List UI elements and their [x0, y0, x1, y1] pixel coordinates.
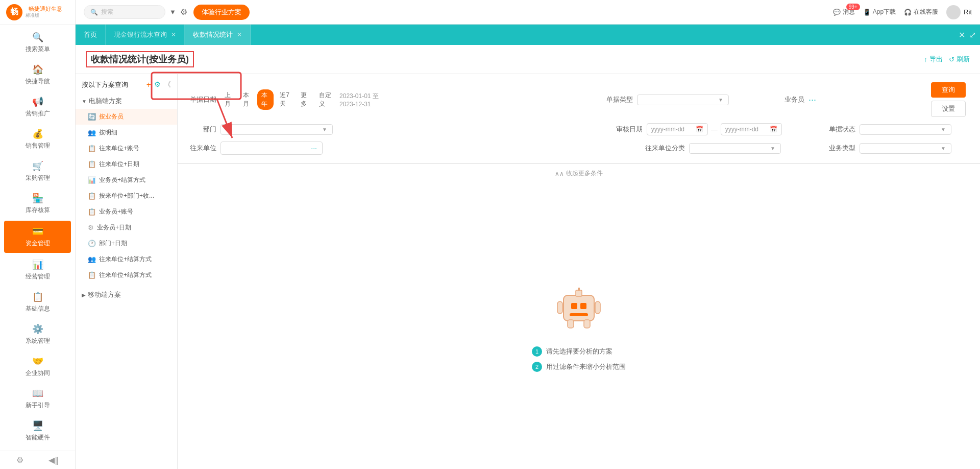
purchase-label: 采购管理 [26, 174, 50, 182]
export-btn[interactable]: ↑ 导出 [924, 55, 943, 64]
inventory-label: 库存核算 [26, 206, 50, 215]
bill-status-select[interactable]: ▼ [860, 124, 951, 135]
tab-bank-flow-label: 现金银行流水查询 [114, 30, 167, 39]
user-profile[interactable]: Rit [946, 5, 972, 19]
scheme-item-partner-method1[interactable]: 👥 往来单位+结算方式 [76, 251, 177, 267]
dept-date-icon: 🕐 [88, 240, 96, 247]
date-btn-last-month[interactable]: 上月 [220, 89, 237, 110]
app-download-btn[interactable]: 📱 App下载 [863, 8, 896, 16]
desktop-group-header[interactable]: ▼ 电脑端方案 [76, 93, 177, 109]
date-btn-more[interactable]: 更多 [297, 89, 313, 110]
query-button[interactable]: 查询 [931, 82, 966, 98]
scheme-item-salesman-date[interactable]: ⚙ 业务员+日期 [76, 220, 177, 236]
sidebar-item-quick-nav[interactable]: 🏠 快捷导航 [0, 59, 75, 91]
dept-select[interactable]: ▼ [220, 124, 333, 135]
partner-method2-icon: 📋 [88, 271, 96, 279]
dept-label: 部门 [188, 125, 216, 134]
partner-input[interactable]: ··· [220, 142, 323, 155]
add-scheme-btn[interactable]: + [146, 80, 151, 89]
business-type-select[interactable]: ▼ [860, 143, 951, 154]
mobile-group-header[interactable]: ▶ 移动端方案 [76, 287, 177, 302]
date-btn-custom[interactable]: 自定义 [315, 89, 335, 110]
step-1-num: 1 [532, 346, 542, 357]
sidebar-item-system[interactable]: ⚙️ 系统管理 [0, 318, 75, 350]
sidebar-settings-btn[interactable]: ⚙ [16, 455, 23, 465]
salesman-more-btn[interactable]: ··· [808, 95, 816, 105]
scheme-item-by-partner-dept[interactable]: 📋 按来单位+部门+收... [76, 188, 177, 204]
partner-category-select[interactable]: ▼ [689, 143, 781, 154]
search-box[interactable]: 🔍 搜索 [84, 5, 165, 19]
sidebar-item-inventory[interactable]: 🏪 库存核算 [0, 187, 75, 220]
tab-receipt-stats[interactable]: 收款情况统计 ✕ [185, 25, 251, 45]
empty-step-2: 2 用过滤条件来缩小分析范围 [532, 362, 626, 372]
sidebar-item-basic[interactable]: 📋 基础信息 [0, 286, 75, 318]
tab-receipt-stats-close[interactable]: ✕ [237, 31, 242, 38]
scheme-item-dept-date[interactable]: 🕐 部门+日期 [76, 236, 177, 251]
sidebar-collapse-btn[interactable]: ◀‖ [48, 455, 59, 465]
topbar-dropdown[interactable]: ▼ [169, 8, 176, 16]
audit-date-from[interactable]: yyyy-mm-dd 📅 [647, 123, 708, 135]
tabbar-expand-btn[interactable]: ⤢ [969, 30, 976, 40]
scheme-item-partner-method2[interactable]: 📋 往来单位+结算方式 [76, 267, 177, 283]
voucher-type-select[interactable]: ▼ [637, 95, 729, 105]
scheme-settings-btn[interactable]: ⚙ [154, 80, 161, 89]
business-icon: 📊 [32, 259, 43, 270]
date-btn-this-year[interactable]: 本年 [257, 89, 274, 110]
partner-more-btn[interactable]: ··· [311, 144, 317, 152]
sidebar-item-business[interactable]: 📊 经营管理 [0, 254, 75, 286]
partner-label: 往来单位 [188, 144, 216, 153]
quick-nav-label: 快捷导航 [26, 77, 50, 86]
sidebar-item-guide[interactable]: 📖 新手引导 [0, 383, 75, 415]
mobile-group-label: 移动端方案 [88, 290, 121, 299]
sidebar-item-wechat[interactable]: 💬 企业微信 [0, 447, 75, 451]
sidebar-item-hardware[interactable]: 🖥️ 智能硬件 [0, 415, 75, 447]
business-type-label: 业务类型 [827, 144, 855, 153]
app-icon: 📱 [863, 9, 871, 16]
sidebar-item-finance[interactable]: 💳 资金管理 [4, 221, 71, 253]
by-partner-dept-icon: 📋 [88, 192, 96, 200]
finance-label: 资金管理 [26, 239, 50, 248]
username: Rit [964, 8, 972, 16]
topbar-gear[interactable]: ⚙ [180, 7, 187, 17]
collapse-bar[interactable]: ∧∧ 收起更多条件 [178, 163, 980, 183]
tabbar-close-btn[interactable]: ✕ [959, 30, 965, 40]
tab-bank-flow[interactable]: 现金银行流水查询 ✕ [106, 25, 185, 45]
svg-rect-9 [584, 320, 590, 328]
tab-bank-flow-close[interactable]: ✕ [171, 31, 176, 38]
hardware-icon: 🖥️ [32, 420, 43, 431]
date-separator: — [711, 126, 718, 133]
messages-btn[interactable]: 💬 消息 99+ [833, 8, 855, 16]
scheme-item-by-salesman[interactable]: 🔄 按业务员 [76, 109, 177, 125]
sidebar-item-sales[interactable]: 💰 销售管理 [0, 123, 75, 155]
refresh-label: 刷新 [957, 55, 970, 64]
refresh-btn[interactable]: ↺ 刷新 [949, 55, 970, 64]
tab-receipt-stats-label: 收款情况统计 [193, 30, 233, 39]
solution-button[interactable]: 体验行业方案 [193, 5, 250, 20]
svg-rect-4 [576, 290, 582, 296]
business-type-item: 业务类型 ▼ [827, 143, 970, 154]
settings-button[interactable]: 设置 [931, 101, 966, 117]
scheme-item-salesman-account[interactable]: 📋 业务员+账号 [76, 204, 177, 220]
tabbar-right: ✕ ⤢ [959, 30, 980, 40]
scheme-item-salesman-method[interactable]: 📊 业务员+结算方式 [76, 172, 177, 188]
sidebar-item-purchase[interactable]: 🛒 采购管理 [0, 155, 75, 187]
sidebar-item-marketing[interactable]: 📢 营销推广 [0, 91, 75, 123]
date-btn-7days[interactable]: 近7天 [276, 89, 295, 110]
scheme-item-partner-date[interactable]: 📋 往来单位+日期 [76, 156, 177, 172]
logo-badge: 标准版 [26, 12, 62, 19]
sidebar-item-enterprise[interactable]: 🤝 企业协同 [0, 350, 75, 383]
online-service-btn[interactable]: 🎧 在线客服 [904, 8, 938, 16]
scheme-item-partner-account[interactable]: 📋 往来单位+账号 [76, 140, 177, 156]
salesman-method-label: 业务员+结算方式 [99, 176, 145, 184]
scheme-panel: 按以下方案查询 + ⚙ 《 ▼ 电脑端方案 [76, 74, 178, 469]
scheme-collapse-btn[interactable]: 《 [164, 80, 171, 89]
date-btn-this-month[interactable]: 本月 [239, 89, 255, 110]
audit-date-to[interactable]: yyyy-mm-dd 📅 [721, 123, 782, 135]
messages-badge: 99+ [846, 4, 860, 10]
sidebar: 畅 畅捷通好生意 标准版 🔍 搜索菜单 🏠 快捷导航 📢 营销推广 💰 销售管理… [0, 0, 76, 469]
scheme-item-by-detail[interactable]: 👥 按明细 [76, 125, 177, 140]
tab-home[interactable]: 首页 [76, 25, 106, 45]
sidebar-item-search[interactable]: 🔍 搜索菜单 [0, 27, 75, 59]
partner-account-label: 往来单位+账号 [99, 144, 139, 153]
salesman-item: 业务员 ··· [776, 95, 919, 105]
